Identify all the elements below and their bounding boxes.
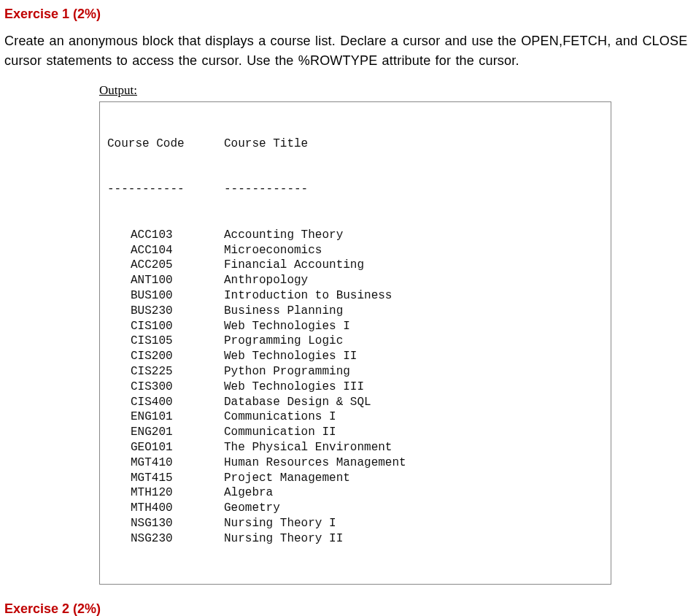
course-code: NSG130 bbox=[107, 516, 224, 531]
table-row: CIS200Web Technologies II bbox=[107, 349, 603, 364]
course-title: Communication II bbox=[224, 425, 336, 440]
output-header-row: Course CodeCourse Title bbox=[107, 136, 603, 152]
table-row: CIS100Web Technologies I bbox=[107, 319, 603, 334]
course-code: BUS100 bbox=[107, 288, 224, 304]
course-title: Web Technologies I bbox=[224, 319, 350, 334]
course-title: Geometry bbox=[224, 501, 280, 516]
course-code: MGT415 bbox=[107, 471, 224, 486]
output-box: Course CodeCourse Title ----------------… bbox=[99, 101, 611, 585]
course-code: CIS200 bbox=[107, 349, 224, 364]
course-code: MTH400 bbox=[107, 501, 224, 516]
course-title: Communications I bbox=[224, 409, 336, 425]
course-code: GEO101 bbox=[107, 440, 224, 455]
table-row: NSG130Nursing Theory I bbox=[107, 516, 603, 531]
course-title: Accounting Theory bbox=[224, 228, 343, 243]
table-row: ANT100Anthropology bbox=[107, 273, 603, 288]
course-title: Human Resources Management bbox=[224, 455, 406, 471]
course-title: The Physical Environment bbox=[224, 440, 392, 455]
course-title: Database Design & SQL bbox=[224, 395, 371, 410]
course-title: Introduction to Business bbox=[224, 288, 392, 304]
course-code: CIS225 bbox=[107, 364, 224, 380]
course-title: Financial Accounting bbox=[224, 258, 364, 273]
course-title: Anthropology bbox=[224, 273, 308, 288]
course-code: ACC103 bbox=[107, 228, 224, 243]
table-row: MTH400Geometry bbox=[107, 501, 603, 516]
course-title: Web Technologies II bbox=[224, 349, 357, 364]
table-row: ENG101Communications I bbox=[107, 409, 603, 425]
course-title: Web Technologies III bbox=[224, 380, 364, 395]
sep-title: ------------ bbox=[224, 182, 308, 197]
course-code: CIS105 bbox=[107, 334, 224, 349]
table-row: ENG201Communication II bbox=[107, 425, 603, 440]
table-row: CIS300Web Technologies III bbox=[107, 380, 603, 395]
course-code: NSG230 bbox=[107, 531, 224, 547]
course-title: Nursing Theory II bbox=[224, 531, 343, 547]
table-row: ACC103Accounting Theory bbox=[107, 228, 603, 243]
table-row: CIS400Database Design & SQL bbox=[107, 395, 603, 410]
course-title: Business Planning bbox=[224, 304, 343, 319]
table-row: BUS230Business Planning bbox=[107, 304, 603, 319]
course-code: CIS400 bbox=[107, 395, 224, 410]
exercise-1-heading: Exercise 1 (2%) bbox=[4, 4, 692, 24]
course-title: Nursing Theory I bbox=[224, 516, 336, 531]
course-code: CIS100 bbox=[107, 319, 224, 334]
table-row: ACC205Financial Accounting bbox=[107, 258, 603, 273]
course-code: MTH120 bbox=[107, 485, 224, 501]
course-title: Python Programming bbox=[224, 364, 350, 380]
course-code: ANT100 bbox=[107, 273, 224, 288]
course-code: ENG101 bbox=[107, 409, 224, 425]
table-row: CIS105Programming Logic bbox=[107, 334, 603, 349]
exercise-2-heading: Exercise 2 (2%) bbox=[4, 599, 692, 616]
output-label: Output: bbox=[99, 81, 611, 100]
course-title: Microeconomics bbox=[224, 243, 322, 258]
header-code: Course Code bbox=[107, 136, 224, 152]
sep-code: ----------- bbox=[107, 182, 224, 197]
course-code: MGT410 bbox=[107, 455, 224, 471]
output-block: Output: Course CodeCourse Title --------… bbox=[99, 81, 611, 585]
table-row: MGT410Human Resources Management bbox=[107, 455, 603, 471]
table-row: MTH120Algebra bbox=[107, 485, 603, 501]
course-code: ENG201 bbox=[107, 425, 224, 440]
table-row: MGT415Project Management bbox=[107, 471, 603, 486]
course-title: Programming Logic bbox=[224, 334, 343, 349]
course-title: Project Management bbox=[224, 471, 350, 486]
course-code: BUS230 bbox=[107, 304, 224, 319]
table-row: CIS225Python Programming bbox=[107, 364, 603, 380]
course-title: Algebra bbox=[224, 485, 273, 501]
table-row: ACC104Microeconomics bbox=[107, 243, 603, 258]
header-title: Course Title bbox=[224, 136, 308, 152]
course-code: ACC205 bbox=[107, 258, 224, 273]
output-sep-row: ----------------------- bbox=[107, 182, 603, 197]
course-code: ACC104 bbox=[107, 243, 224, 258]
exercise-1-text: Create an anonymous block that displays … bbox=[4, 31, 692, 71]
table-row: BUS100Introduction to Business bbox=[107, 288, 603, 304]
course-code: CIS300 bbox=[107, 380, 224, 395]
table-row: NSG230Nursing Theory II bbox=[107, 531, 603, 547]
table-row: GEO101The Physical Environment bbox=[107, 440, 603, 455]
